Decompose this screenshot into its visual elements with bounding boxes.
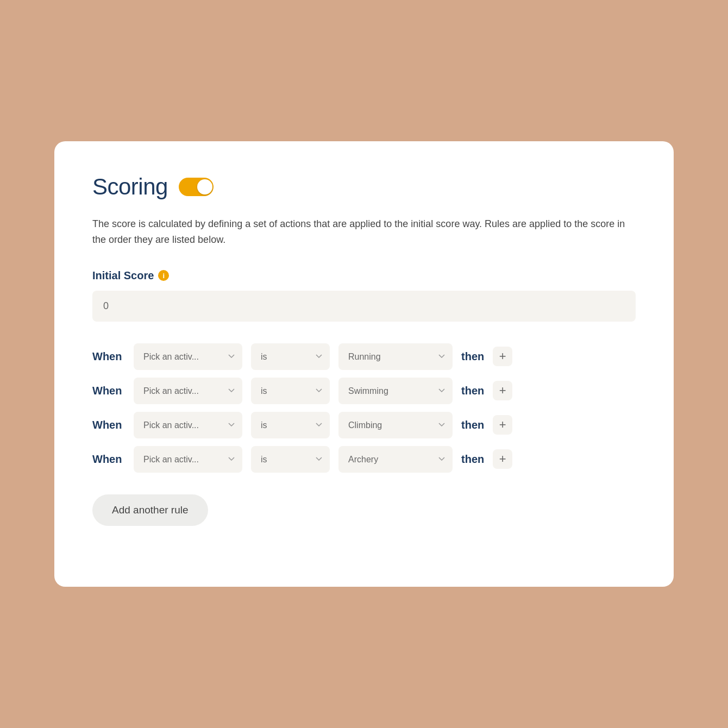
value-select-4[interactable]: Archery Running Swimming Climbing: [338, 446, 453, 473]
when-label-1: When: [92, 350, 125, 363]
when-label-4: When: [92, 453, 125, 466]
add-action-button-3[interactable]: +: [493, 415, 512, 435]
rule-row: When Pick an activ... Running Swimming C…: [92, 412, 636, 438]
when-label-3: When: [92, 419, 125, 431]
activity-select-2[interactable]: Pick an activ... Running Swimming Climbi…: [134, 378, 242, 404]
initial-score-label: Initial Score i: [92, 269, 636, 282]
scoring-toggle[interactable]: [179, 178, 214, 196]
header-row: Scoring: [92, 174, 636, 200]
when-label-2: When: [92, 385, 125, 397]
rule-row: When Pick an activ... Running Swimming C…: [92, 378, 636, 404]
add-another-rule-button[interactable]: Add another rule: [92, 494, 208, 526]
initial-score-label-text: Initial Score: [92, 269, 154, 282]
add-action-button-2[interactable]: +: [493, 381, 512, 400]
info-icon[interactable]: i: [158, 270, 169, 281]
condition-select-3[interactable]: is is not contains: [251, 412, 330, 438]
rule-row: When Pick an activ... Running Swimming C…: [92, 343, 636, 370]
condition-select-4[interactable]: is is not contains: [251, 446, 330, 473]
activity-select-1[interactable]: Pick an activ... Running Swimming Climbi…: [134, 343, 242, 370]
then-label-4: then: [461, 453, 484, 466]
scoring-card: Scoring The score is calculated by defin…: [54, 141, 674, 587]
then-label-3: then: [461, 419, 484, 431]
condition-select-2[interactable]: is is not contains: [251, 378, 330, 404]
toggle-thumb: [197, 179, 212, 194]
rule-row: When Pick an activ... Running Swimming C…: [92, 446, 636, 473]
rules-section: When Pick an activ... Running Swimming C…: [92, 343, 636, 473]
then-label-2: then: [461, 385, 484, 397]
add-action-button-1[interactable]: +: [493, 347, 512, 366]
initial-score-input[interactable]: [92, 291, 636, 322]
then-label-1: then: [461, 350, 484, 363]
value-select-2[interactable]: Swimming Running Climbing Archery: [338, 378, 453, 404]
value-select-1[interactable]: Running Swimming Climbing Archery: [338, 343, 453, 370]
activity-select-4[interactable]: Pick an activ... Running Swimming Climbi…: [134, 446, 242, 473]
page-title: Scoring: [92, 174, 168, 200]
value-select-3[interactable]: Climbing Running Swimming Archery: [338, 412, 453, 438]
condition-select-1[interactable]: is is not contains: [251, 343, 330, 370]
add-action-button-4[interactable]: +: [493, 449, 512, 469]
description-text: The score is calculated by defining a se…: [92, 216, 636, 248]
activity-select-3[interactable]: Pick an activ... Running Swimming Climbi…: [134, 412, 242, 438]
